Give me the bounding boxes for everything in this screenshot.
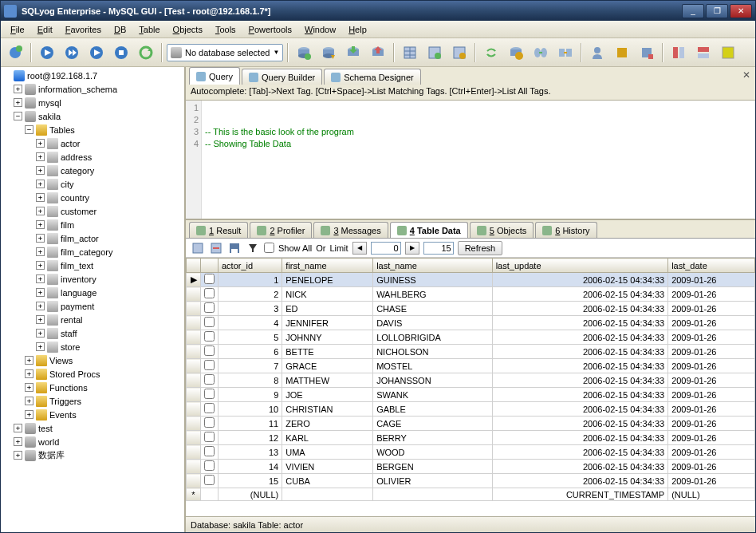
user-manager-button[interactable] (586, 41, 608, 64)
tree-expander[interactable]: + (25, 410, 33, 419)
cell-actor-id[interactable]: 12 (219, 431, 282, 445)
tree-table-film[interactable]: +film (2, 218, 183, 231)
row-checkbox[interactable] (201, 445, 219, 460)
import-button[interactable] (342, 41, 364, 64)
cell-last-name[interactable]: JOHANSSON (373, 373, 493, 388)
next-page-button[interactable]: ▶ (405, 242, 419, 255)
restore-button[interactable] (317, 41, 340, 64)
sql-editor[interactable]: 1234 -- This is the basic look of the pr… (186, 101, 755, 220)
tree-expander[interactable]: + (25, 383, 33, 392)
cell-last-name[interactable] (373, 488, 493, 501)
cell-last-date[interactable]: 2009-01-26 (668, 460, 755, 474)
table-row[interactable]: 8MATTHEWJOHANSSON2006-02-15 04:34:332009… (187, 373, 755, 388)
row-checkbox[interactable] (201, 474, 219, 488)
cell-actor-id[interactable]: 10 (219, 402, 282, 417)
cell-last-date[interactable]: 2009-01-26 (668, 373, 755, 388)
cell-last-update[interactable]: 2006-02-15 04:34:33 (492, 287, 667, 302)
row-checkbox[interactable] (201, 287, 219, 302)
tree-table-customer[interactable]: +customer (2, 204, 183, 218)
menu-tools[interactable]: Tools (209, 22, 242, 37)
tree-expander[interactable]: + (25, 397, 33, 405)
cell-last-update[interactable]: 2006-02-15 04:34:33 (492, 373, 667, 388)
menu-objects[interactable]: Objects (167, 22, 209, 37)
tree-expander[interactable]: + (36, 180, 45, 188)
table-row[interactable]: 4JENNIFERDAVIS2006-02-15 04:34:332009-01… (187, 316, 755, 330)
cell-last-update[interactable]: 2006-02-15 04:34:33 (492, 316, 667, 330)
col-last_name[interactable]: last_name (373, 259, 493, 273)
execute-explain-button[interactable] (85, 41, 108, 64)
table-row[interactable]: 9JOESWANK2006-02-15 04:34:332009-01-26 (187, 388, 755, 402)
cell-first-name[interactable]: MATTHEW (282, 373, 373, 388)
row-checkbox[interactable] (201, 388, 219, 402)
cell-last-update[interactable]: 2006-02-15 04:34:33 (492, 302, 667, 316)
tree-table-inventory[interactable]: +inventory (2, 272, 183, 286)
cell-actor-id[interactable]: 8 (219, 373, 282, 388)
cell-actor-id[interactable]: 1 (219, 273, 282, 287)
menu-file[interactable]: File (4, 22, 31, 37)
tree-table-staff[interactable]: +staff (2, 326, 183, 340)
result-tab-result[interactable]: 1 Result (189, 222, 248, 238)
execute-query-button[interactable] (36, 41, 58, 64)
tree-expander[interactable]: + (36, 166, 45, 175)
tree-folder-events[interactable]: +Events (2, 408, 183, 421)
col-last_update[interactable]: last_update (492, 259, 667, 273)
index-button[interactable] (448, 41, 471, 64)
compare-button[interactable] (554, 41, 577, 64)
cell-last-name[interactable]: GABLE (373, 402, 493, 417)
tools-button[interactable] (636, 41, 658, 64)
row-checkbox[interactable] (201, 330, 219, 345)
cell-last-name[interactable]: WOOD (373, 445, 493, 460)
cell-first-name[interactable]: KARL (282, 431, 373, 445)
cell-last-update[interactable]: 2006-02-15 04:34:33 (492, 431, 667, 445)
cell-actor-id[interactable]: 15 (219, 474, 282, 488)
table-row[interactable]: 14VIVIENBERGEN2006-02-15 04:34:332009-01… (187, 460, 755, 474)
cell-last-date[interactable]: 2009-01-26 (668, 431, 755, 445)
cell-last-name[interactable]: GUINESS (373, 273, 493, 287)
cell-last-name[interactable]: MOSTEL (373, 359, 493, 373)
cell-first-name[interactable]: JOE (282, 388, 373, 402)
row-checkbox[interactable] (201, 417, 219, 431)
cell-first-name[interactable]: ZERO (282, 417, 373, 431)
row-checkbox[interactable] (201, 359, 219, 373)
cell-last-name[interactable]: BERGEN (373, 460, 493, 474)
tree-expander[interactable]: + (14, 424, 22, 432)
table-row[interactable]: 2NICKWAHLBERG2006-02-15 04:34:332009-01-… (187, 287, 755, 302)
cell-last-update[interactable]: 2006-02-15 04:34:33 (492, 417, 667, 431)
row-checkbox[interactable] (201, 373, 219, 388)
menu-powertools[interactable]: Powertools (242, 22, 298, 37)
cell-first-name[interactable]: CHRISTIAN (282, 402, 373, 417)
tree-expander[interactable]: + (36, 139, 45, 148)
row-checkbox[interactable] (201, 316, 219, 330)
export-button[interactable] (367, 41, 389, 64)
cell-last-name[interactable]: BERRY (373, 431, 493, 445)
tree-expander[interactable]: + (14, 98, 22, 107)
flush-button[interactable] (611, 41, 633, 64)
cell-last-date[interactable]: 2009-01-26 (668, 302, 755, 316)
tab-query-builder[interactable]: Query Builder (242, 69, 322, 85)
limit-from-input[interactable] (371, 242, 401, 255)
tab-query[interactable]: Query (189, 67, 240, 85)
cell-last-date[interactable]: 2009-01-26 (668, 445, 755, 460)
tree-expander[interactable]: + (36, 247, 45, 256)
tree-root[interactable]: root@192.168.1.7 (2, 69, 183, 82)
cell-last-date[interactable]: 2009-01-26 (668, 316, 755, 330)
cell-actor-id[interactable]: 2 (219, 287, 282, 302)
sync-button[interactable] (480, 41, 502, 64)
tree-db-information_schema[interactable]: +information_schema (2, 82, 183, 96)
tree-expander[interactable]: − (25, 125, 33, 134)
cell-actor-id[interactable]: 7 (219, 359, 282, 373)
table-row[interactable]: 5JOHNNYLOLLOBRIGIDA2006-02-15 04:34:3320… (187, 330, 755, 345)
menu-edit[interactable]: Edit (31, 22, 59, 37)
tree-table-country[interactable]: +country (2, 191, 183, 204)
row-checkbox[interactable] (201, 273, 219, 287)
cell-actor-id[interactable]: 11 (219, 417, 282, 431)
result-tab-messages[interactable]: 3 Messages (313, 222, 388, 238)
execute-all-button[interactable] (61, 41, 83, 64)
table-row[interactable]: ▶1PENELOPEGUINESS2006-02-15 04:34:332009… (187, 273, 755, 287)
tree-table-language[interactable]: +language (2, 286, 183, 299)
result-tab-profiler[interactable]: 2 Profiler (250, 222, 312, 238)
database-selector[interactable]: No database selected ▼ (167, 44, 283, 61)
tree-expander[interactable]: + (36, 288, 45, 297)
cell-actor-id[interactable]: 14 (219, 460, 282, 474)
cell-last-date[interactable]: 2009-01-26 (668, 273, 755, 287)
